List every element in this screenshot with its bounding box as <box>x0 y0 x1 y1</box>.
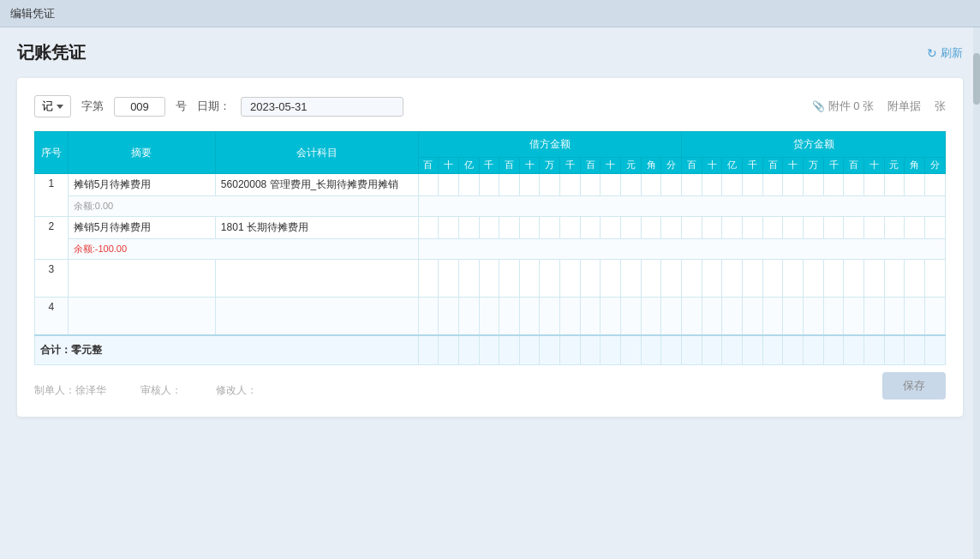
summary-4[interactable] <box>68 298 215 335</box>
cr2-c9[interactable] <box>844 217 864 239</box>
d1-c11[interactable] <box>621 174 642 196</box>
cr2-c12[interactable] <box>905 217 925 239</box>
refresh-icon: ↻ <box>927 46 937 60</box>
cr2-c8[interactable] <box>823 217 844 239</box>
d2-c11[interactable] <box>621 217 642 239</box>
d1-c2[interactable] <box>439 174 459 196</box>
th-credit-jiao: 角 <box>905 158 925 174</box>
cr1-c12[interactable] <box>905 174 925 196</box>
footer-area: 制单人：徐泽华 审核人： 修改人： 保存 <box>34 372 946 400</box>
d1-c3[interactable] <box>458 174 479 196</box>
th-credit-shi3: 十 <box>863 158 884 174</box>
d2-c6[interactable] <box>519 217 540 239</box>
refresh-button[interactable]: ↻ 刷新 <box>927 45 963 61</box>
th-credit-qian: 千 <box>823 158 844 174</box>
voucher-form-row: 记 字第 号 日期： 📎 附件 0 张 附单据 张 <box>34 95 946 117</box>
cr1-c4[interactable] <box>743 174 763 196</box>
voucher-table: 序号 摘要 会计科目 借方金额 贷方金额 百 十 亿 千 百 十 <box>34 131 946 365</box>
balance-text-1: 余额:0.00 <box>74 201 113 211</box>
attachment-area: 📎 附件 0 张 附单据 张 <box>812 99 946 114</box>
d1-c10[interactable] <box>601 174 621 196</box>
maker-label: 制单人： <box>34 384 75 396</box>
page-title: 记账凭证 <box>17 41 86 64</box>
account-1[interactable]: 56020008 管理费用_长期待摊费用摊销 <box>215 174 418 196</box>
cr1-c6[interactable] <box>783 174 804 196</box>
cr1-c2[interactable] <box>702 174 722 196</box>
d2-c1[interactable] <box>418 217 439 239</box>
d1-c1[interactable] <box>418 174 439 196</box>
scrollbar-thumb[interactable] <box>973 53 980 105</box>
scrollbar-track <box>973 27 980 559</box>
cr2-c2[interactable] <box>702 217 722 239</box>
attachment-link[interactable]: 📎 附件 0 张 <box>812 99 874 114</box>
d1-c7[interactable] <box>540 174 560 196</box>
total-row: 合计：零元整 <box>35 335 946 365</box>
d2-c8[interactable] <box>560 217 581 239</box>
cr2-c1[interactable] <box>682 217 702 239</box>
footer-row: 制单人：徐泽华 审核人： 修改人： <box>34 373 257 398</box>
d1-c13[interactable] <box>661 174 682 196</box>
th-debit-qian: 千 <box>560 158 581 174</box>
attach-receipt-button[interactable]: 附单据 <box>887 99 921 114</box>
table-row-balance-1: 余额:0.00 <box>35 196 946 217</box>
d2-c7[interactable] <box>540 217 560 239</box>
summary-3[interactable] <box>68 260 215 298</box>
d1-c8[interactable] <box>560 174 581 196</box>
cr2-c3[interactable] <box>722 217 743 239</box>
cr1-c1[interactable] <box>682 174 702 196</box>
cr2-c10[interactable] <box>863 217 884 239</box>
table-row: 1 摊销5月待摊费用 56020008 管理费用_长期待摊费用摊销 <box>35 174 946 196</box>
seq-1: 1 <box>35 174 69 217</box>
cr2-c13[interactable] <box>924 217 945 239</box>
d2-c2[interactable] <box>439 217 459 239</box>
d2-c10[interactable] <box>601 217 621 239</box>
table-row-4: 4 <box>35 298 946 335</box>
title-bar-label: 编辑凭证 <box>10 6 55 21</box>
cr1-c7[interactable] <box>804 174 824 196</box>
cr2-c11[interactable] <box>884 217 905 239</box>
th-debit-shi2: 十 <box>519 158 540 174</box>
date-input[interactable] <box>241 97 403 117</box>
cr2-c7[interactable] <box>804 217 824 239</box>
seq-4: 4 <box>35 298 69 335</box>
voucher-type-button[interactable]: 记 <box>34 95 71 117</box>
th-debit-bai: 百 <box>418 158 439 174</box>
account-2[interactable]: 1801 长期待摊费用 <box>215 217 418 239</box>
cr1-c10[interactable] <box>863 174 884 196</box>
d2-c4[interactable] <box>479 217 499 239</box>
total-label: 合计：零元整 <box>35 335 419 365</box>
table-row-3: 3 <box>35 260 946 298</box>
d2-c12[interactable] <box>641 217 661 239</box>
cr1-c11[interactable] <box>884 174 905 196</box>
th-credit-bai: 百 <box>682 158 702 174</box>
d1-c9[interactable] <box>580 174 601 196</box>
d1-c4[interactable] <box>479 174 499 196</box>
d2-c3[interactable] <box>458 217 479 239</box>
cr1-c8[interactable] <box>823 174 844 196</box>
save-button[interactable]: 保存 <box>882 372 946 400</box>
hao-label: 号 <box>176 99 187 114</box>
d2-c13[interactable] <box>661 217 682 239</box>
cr1-c3[interactable] <box>722 174 743 196</box>
th-account: 会计科目 <box>215 132 418 174</box>
d2-c5[interactable] <box>499 217 520 239</box>
cr2-c6[interactable] <box>783 217 804 239</box>
account-3[interactable] <box>215 260 418 298</box>
voucher-number-input[interactable] <box>114 97 165 117</box>
cr1-c5[interactable] <box>762 174 783 196</box>
account-4[interactable] <box>215 298 418 335</box>
d1-c5[interactable] <box>499 174 520 196</box>
cr1-c13[interactable] <box>924 174 945 196</box>
summary-1[interactable]: 摊销5月待摊费用 <box>68 174 215 196</box>
cr2-c5[interactable] <box>762 217 783 239</box>
th-credit-fen: 分 <box>924 158 945 174</box>
d1-c6[interactable] <box>519 174 540 196</box>
cr2-c4[interactable] <box>743 217 763 239</box>
cr1-c9[interactable] <box>844 174 864 196</box>
maker-info: 制单人：徐泽华 <box>34 383 106 398</box>
d1-c12[interactable] <box>641 174 661 196</box>
summary-2[interactable]: 摊销5月待摊费用 <box>68 217 215 239</box>
d2-c9[interactable] <box>580 217 601 239</box>
editor-info: 修改人： <box>216 383 257 398</box>
paperclip-icon: 📎 <box>812 100 825 112</box>
